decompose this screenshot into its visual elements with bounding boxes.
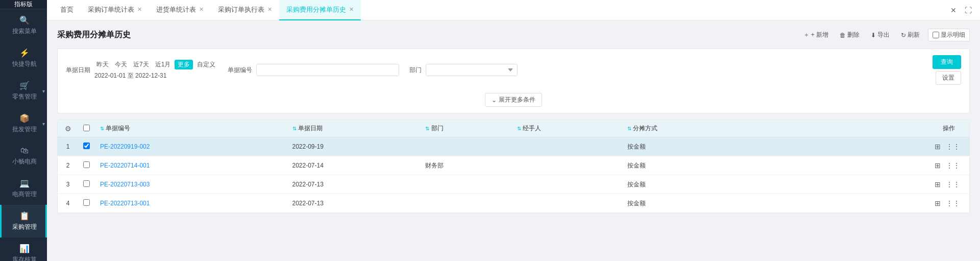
date-shortcuts-group: 昨天 今天 近7天 近1月 更多 自定义 2022-01-01 至 2022-1…: [94, 60, 217, 80]
tab-po-stat-close[interactable]: ✕: [137, 6, 142, 13]
row-check[interactable]: [78, 194, 95, 213]
row-method: 按金额: [622, 194, 928, 213]
expand-conditions-button[interactable]: ⌄ 展开更多条件: [485, 93, 542, 107]
main-area: 首页 采购订单统计表 ✕ 进货单统计表 ✕ 采购订单执行表 ✕ 采购费用分摊单历…: [47, 0, 980, 261]
tab-po-stat[interactable]: 采购订单统计表 ✕: [81, 0, 149, 20]
row-date: 2022-07-13: [287, 175, 421, 194]
row-doc-no: PE-20220713-003: [95, 175, 287, 194]
gear-icon[interactable]: ⚙: [65, 125, 71, 133]
row-check[interactable]: [78, 137, 95, 156]
delete-button[interactable]: 🗑 删除: [837, 29, 863, 41]
sidebar-item-search[interactable]: 🔍 搜索菜单: [0, 9, 47, 42]
export-label: 导出: [877, 31, 890, 39]
doc-no-input[interactable]: [256, 64, 399, 76]
sidebar-item-label: 批发管理: [12, 126, 37, 133]
sort-icon: ⇅: [425, 126, 429, 131]
sidebar-item-label: 小畅电商: [12, 158, 37, 165]
tab-home[interactable]: 首页: [53, 0, 81, 20]
tab-receipt-stat[interactable]: 进货单统计表 ✕: [149, 0, 211, 20]
row-method: 按金额: [622, 175, 928, 194]
more-icon[interactable]: ⋮⋮: [945, 179, 961, 189]
show-columns-label: 显示明细: [941, 31, 965, 39]
date-btn-more[interactable]: 更多: [175, 60, 193, 69]
date-btn-custom[interactable]: 自定义: [195, 60, 217, 69]
tab-bar: 首页 采购订单统计表 ✕ 进货单统计表 ✕ 采购订单执行表 ✕ 采购费用分摊单历…: [47, 0, 980, 20]
sidebar-item-retail[interactable]: 🛒 零售管理 ▾: [0, 75, 47, 107]
view-icon[interactable]: ⊞: [934, 141, 942, 152]
show-columns-checkbox[interactable]: [933, 32, 939, 38]
th-handler[interactable]: ⇅ 经手人: [512, 120, 622, 137]
tab-home-label: 首页: [60, 5, 74, 14]
date-btn-today[interactable]: 今天: [113, 60, 129, 69]
sidebar-item-wholesale[interactable]: 📦 批发管理 ▾: [0, 107, 47, 140]
select-all-checkbox[interactable]: [83, 125, 90, 131]
add-button[interactable]: ＋ + 新增: [800, 29, 831, 41]
tab-actions: ✕ ⛶: [948, 5, 974, 15]
refresh-icon: ↻: [901, 32, 906, 39]
doc-no-link[interactable]: PE-20220919-002: [100, 143, 150, 150]
dept-select[interactable]: 财务部: [426, 64, 518, 76]
row-check[interactable]: [78, 175, 95, 194]
th-dept[interactable]: ⇅ 部门: [420, 120, 512, 137]
row-checkbox[interactable]: [83, 199, 90, 206]
row-checkbox[interactable]: [83, 143, 90, 149]
date-field: 单据日期 昨天 今天 近7天 近1月 更多 自定义 2022-01-01 至 2…: [66, 60, 217, 80]
th-date[interactable]: ⇅ 单据日期: [287, 120, 421, 137]
date-btn-yesterday[interactable]: 昨天: [94, 60, 111, 69]
row-handler: [512, 137, 622, 156]
sidebar-item-ecom-small[interactable]: 🛍 小畅电商: [0, 140, 47, 172]
doc-no-link[interactable]: PE-20220713-003: [100, 181, 150, 188]
th-method[interactable]: ⇅ 分摊方式: [622, 120, 928, 137]
search-settings-button[interactable]: 设置: [936, 71, 961, 85]
th-num: ⚙: [58, 120, 78, 137]
tab-po-exec-close[interactable]: ✕: [267, 6, 272, 13]
more-icon[interactable]: ⋮⋮: [945, 160, 961, 171]
tab-receipt-stat-close[interactable]: ✕: [199, 6, 204, 13]
tab-maximize-btn[interactable]: ⛶: [963, 5, 974, 15]
date-btn-7days[interactable]: 近7天: [131, 60, 151, 69]
row-dept: 财务部: [420, 156, 512, 175]
row-date: 2022-07-14: [287, 156, 421, 175]
more-icon[interactable]: ⋮⋮: [945, 141, 961, 152]
view-icon[interactable]: ⊞: [934, 198, 942, 208]
doc-no-field: 单据编号: [228, 64, 399, 76]
wholesale-icon: 📦: [6, 113, 43, 123]
row-date: 2022-07-13: [287, 194, 421, 213]
view-icon[interactable]: ⊞: [934, 160, 942, 171]
th-check[interactable]: [78, 120, 95, 137]
tab-po-stat-label: 采购订单统计表: [88, 5, 134, 14]
view-icon[interactable]: ⊞: [934, 179, 942, 189]
row-check[interactable]: [78, 156, 95, 175]
tab-close-btn[interactable]: ✕: [948, 5, 959, 15]
row-handler: [512, 156, 622, 175]
sidebar-item-quicknav[interactable]: ⚡ 快捷导航: [0, 42, 47, 75]
row-checkbox[interactable]: [83, 180, 90, 187]
doc-no-link[interactable]: PE-20220714-001: [100, 162, 150, 169]
tab-cost-split-close[interactable]: ✕: [349, 6, 354, 13]
th-doc-no-label: 单据编号: [106, 125, 130, 132]
search-right: 查询 设置: [933, 55, 961, 85]
row-date: 2022-09-19: [287, 137, 421, 156]
show-columns-button[interactable]: 显示明细: [928, 29, 970, 41]
export-button[interactable]: ⬇ 导出: [868, 29, 893, 41]
row-checkbox[interactable]: [83, 161, 90, 168]
row-num: 3: [58, 175, 78, 194]
refresh-button[interactable]: ↻ 刷新: [898, 29, 923, 41]
doc-no-link[interactable]: PE-20220713-001: [100, 200, 150, 207]
th-doc-no[interactable]: ⇅ 单据编号: [95, 120, 287, 137]
tab-cost-split[interactable]: 采购费用分摊单历史 ✕: [279, 0, 361, 20]
dept-label: 部门: [409, 66, 422, 75]
row-dept: [420, 137, 512, 156]
more-icon[interactable]: ⋮⋮: [945, 198, 961, 208]
query-button[interactable]: 查询: [933, 55, 961, 69]
date-btn-1month[interactable]: 近1月: [153, 60, 173, 69]
row-num: 1: [58, 137, 78, 156]
table-row: 2 PE-20220714-001 2022-07-14 财务部 按金额 ⊞ ⋮…: [58, 156, 969, 175]
tab-po-exec[interactable]: 采购订单执行表 ✕: [211, 0, 279, 20]
sidebar-item-purchase[interactable]: 📋 采购管理: [0, 205, 47, 238]
sidebar-item-inventory[interactable]: 📊 库存核算: [0, 238, 47, 261]
row-num: 2: [58, 156, 78, 175]
chevron-down-icon: ▾: [42, 121, 45, 127]
sidebar-item-ecom[interactable]: 💻 电商管理: [0, 172, 47, 205]
date-range-display: 2022-01-01 至 2022-12-31: [94, 72, 217, 80]
